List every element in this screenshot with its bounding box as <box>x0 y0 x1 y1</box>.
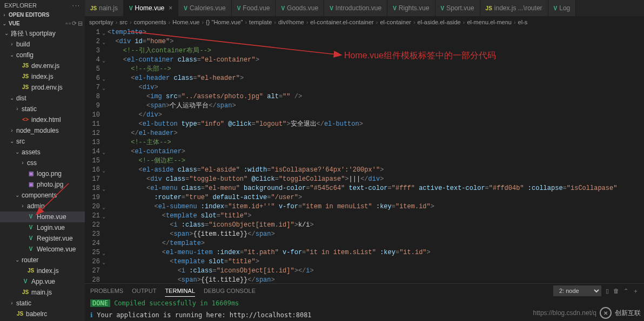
file-item[interactable]: VHome.vue <box>0 211 85 222</box>
fold-icon[interactable]: ⌄ <box>103 167 105 176</box>
breadcrumb-segment[interactable]: components <box>134 19 166 25</box>
line-number[interactable]: 14⌄ <box>85 147 100 156</box>
line-number[interactable]: 19 <box>85 193 100 202</box>
line-number[interactable]: 20⌄ <box>85 202 100 211</box>
line-number[interactable]: 9 <box>85 101 100 111</box>
breadcrumb-segment[interactable]: el-container.el-container <box>310 19 373 25</box>
line-number[interactable]: 28 <box>85 276 100 283</box>
workspace-section[interactable]: ⌄ VUE ▫ ▫ ⟳ ⊟ <box>0 19 85 28</box>
line-number[interactable]: 6⌄ <box>85 74 100 83</box>
fold-icon[interactable]: ⌄ <box>103 29 105 38</box>
code-line[interactable]: <el-menu-item :index="it.path" v-for="it… <box>108 248 644 257</box>
split-terminal-icon[interactable]: ▯ <box>606 288 609 295</box>
editor-tab[interactable]: VRights.vue <box>387 0 435 16</box>
line-number[interactable]: 24 <box>85 239 100 248</box>
file-item[interactable]: VApp.vue <box>0 276 85 287</box>
panel-tab-problems[interactable]: PROBLEMS <box>90 288 123 294</box>
line-number[interactable]: 17 <box>85 175 100 184</box>
breadcrumb-segment[interactable]: el-menu.el-menu <box>467 19 512 25</box>
code-line[interactable]: <!--头部--> <box>108 65 644 74</box>
code-line[interactable]: <i :class="iconsObject[item.id]">k/i> <box>108 221 644 230</box>
code-line[interactable]: <div id="home"> <box>108 37 644 46</box>
breadcrumb-segment[interactable]: Home.vue <box>172 19 199 25</box>
editor-tab[interactable]: VHome.vue× <box>124 0 178 16</box>
editor-tab[interactable]: VLog <box>548 0 576 16</box>
line-number[interactable]: 3 <box>85 46 100 56</box>
editor-tab[interactable]: VFood.vue <box>232 0 276 16</box>
file-item[interactable]: JSbabelrc <box>0 309 85 319</box>
breadcrumb-segment[interactable]: el-s <box>518 19 528 25</box>
editor-tab[interactable]: JSnain.js <box>85 0 124 16</box>
new-file-icon[interactable]: ▫ <box>65 20 68 27</box>
breadcrumb-segment[interactable]: src <box>119 19 128 25</box>
breadcrumb-segment[interactable]: el-aside.el-aside <box>418 19 461 25</box>
breadcrumb[interactable]: sportplay›src›components›Home.vue›{} "Ho… <box>85 16 644 28</box>
fold-icon[interactable]: ⌄ <box>103 75 105 84</box>
file-item[interactable]: VLogin.vue <box>0 222 85 233</box>
folder-item[interactable]: ⌄路径 \ sportplay <box>0 28 85 39</box>
code-line[interactable]: <!--引入container布局--> <box>108 46 644 56</box>
line-number[interactable]: 21⌄ <box>85 211 100 221</box>
line-number[interactable]: 1⌄ <box>85 28 100 37</box>
code-line[interactable]: <template slot="title"> <box>108 257 644 267</box>
editor-tab[interactable]: VCalories.vue <box>178 0 231 16</box>
folder-item[interactable]: ›static <box>0 104 85 114</box>
code-line[interactable]: <template> <box>108 28 644 37</box>
code-line[interactable]: <!--侧边栏--> <box>108 156 644 166</box>
more-icon[interactable]: ··· <box>72 2 81 9</box>
code-line[interactable]: <el-button type="info" @click="logout">安… <box>108 120 644 129</box>
fold-icon[interactable]: ⌄ <box>103 249 105 258</box>
panel-tab-output[interactable]: OUTPUT <box>132 288 156 294</box>
close-icon[interactable]: × <box>169 4 172 12</box>
line-number[interactable]: 18⌄ <box>85 184 100 193</box>
file-item[interactable]: JSmain.js <box>0 287 85 298</box>
line-number[interactable]: 7⌄ <box>85 83 100 92</box>
terminal-select[interactable]: 2: node <box>553 285 601 296</box>
code-line[interactable]: :router="true" default-active="/user"> <box>108 193 644 202</box>
file-item[interactable]: <>index.html <box>0 114 85 125</box>
line-number[interactable]: 16⌄ <box>85 166 100 175</box>
folder-item[interactable]: ›css <box>0 158 85 168</box>
code-line[interactable]: <!--主体--> <box>108 138 644 147</box>
line-number[interactable]: 8 <box>85 92 100 101</box>
folder-item[interactable]: ›admin <box>0 201 85 211</box>
line-number[interactable]: 23 <box>85 230 100 239</box>
line-number[interactable]: 12 <box>85 129 100 138</box>
line-number[interactable]: 10 <box>85 111 100 120</box>
code-line[interactable]: <i :class="iconsObject[it.id]"></i> <box>108 267 644 276</box>
kill-terminal-icon[interactable]: 🗑 <box>613 288 619 294</box>
fold-icon[interactable]: ⌄ <box>103 38 105 47</box>
breadcrumb-segment[interactable]: template <box>249 19 272 25</box>
editor-tab[interactable]: JSindex.js ...\router <box>480 0 548 16</box>
folder-item[interactable]: ⌄assets <box>0 147 85 158</box>
file-item[interactable]: ▣photo.jpg <box>0 179 85 190</box>
folder-item[interactable]: ⌄src <box>0 136 85 147</box>
breadcrumb-segment[interactable]: el-container <box>380 19 411 25</box>
file-item[interactable]: VRegister.vue <box>0 233 85 244</box>
file-item[interactable]: JSindex.js <box>0 265 85 276</box>
line-number[interactable]: 15 <box>85 156 100 166</box>
breadcrumb-segment[interactable]: sportplay <box>89 19 113 25</box>
code-line[interactable]: <span>{{item.title}}</span> <box>108 230 644 239</box>
folder-item[interactable]: ›build <box>0 39 85 50</box>
line-number[interactable]: 25⌄ <box>85 248 100 257</box>
fold-icon[interactable]: ⌄ <box>103 203 105 213</box>
line-number[interactable]: 2⌄ <box>85 37 100 46</box>
line-number[interactable]: 26⌄ <box>85 257 100 267</box>
panel-tab-terminal[interactable]: TERMINAL <box>165 288 195 294</box>
fold-icon[interactable]: ⌄ <box>103 185 105 194</box>
file-item[interactable]: JSprod.env.js <box>0 82 85 93</box>
code-line[interactable]: </el-header> <box>108 129 644 138</box>
code-editor[interactable]: 1⌄2⌄34⌄56⌄7⌄891011121314⌄1516⌄1718⌄1920⌄… <box>85 28 644 283</box>
line-number[interactable]: 5 <box>85 65 100 74</box>
code-line[interactable]: <template slot="title"> <box>108 211 644 221</box>
editor-tab[interactable]: VSport.vue <box>435 0 480 16</box>
folder-item[interactable]: ⌄components <box>0 190 85 201</box>
file-item[interactable]: JSdev.env.js <box>0 60 85 71</box>
code-lines[interactable]: <template> <div id="home"> <!--引入contain… <box>108 28 644 283</box>
code-line[interactable]: <el-header class="el-header"> <box>108 74 644 83</box>
fold-icon[interactable]: ⌄ <box>103 84 105 93</box>
line-number[interactable]: 4⌄ <box>85 56 100 65</box>
fold-icon[interactable]: ⌄ <box>103 148 105 158</box>
folder-item[interactable]: ›node_modules <box>0 125 85 136</box>
